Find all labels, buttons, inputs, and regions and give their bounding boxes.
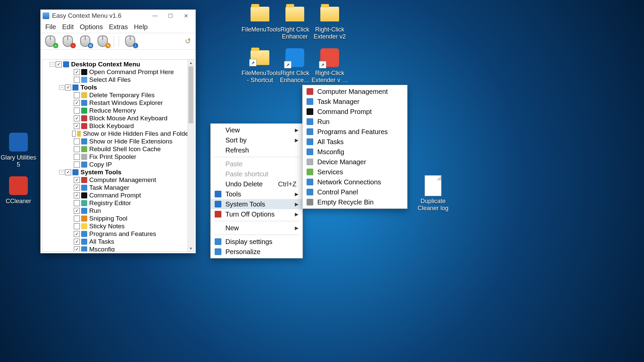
tree-row[interactable]: ✓Restart Windows Explorer — [44, 99, 194, 107]
menu-item[interactable]: Control Panel — [303, 187, 407, 197]
checkbox[interactable] — [72, 131, 76, 137]
menu-item[interactable]: Empty Recycle Bin — [303, 197, 407, 207]
info-button[interactable]: i — [122, 35, 138, 48]
system-tools-submenu[interactable]: Computer ManagementTask ManagerCommand P… — [302, 85, 408, 209]
tree-row[interactable]: Select All Files — [44, 76, 194, 83]
tree-row[interactable]: ✓Computer Management — [44, 176, 194, 184]
checkbox[interactable]: ✓ — [74, 192, 80, 198]
desktop-icon[interactable]: Glary Utilities 5 — [0, 131, 37, 168]
checkbox[interactable]: ✓ — [74, 239, 80, 245]
checkbox[interactable]: ✓ — [74, 246, 80, 252]
expand-toggle[interactable]: − — [59, 170, 64, 175]
menu-item[interactable]: All Tasks — [303, 137, 407, 147]
tree-row[interactable]: Fix Print Spooler — [44, 153, 194, 161]
tree-row[interactable]: ✓Block Keyboard — [44, 122, 194, 130]
tree-row[interactable]: Sticky Notes — [44, 222, 194, 230]
desktop-icon[interactable]: CCleaner — [0, 175, 37, 205]
clean-button[interactable]: ✎ — [95, 35, 110, 48]
menu-item[interactable]: Refresh — [211, 145, 303, 155]
checkbox[interactable] — [74, 92, 80, 98]
checkbox[interactable]: ✓ — [56, 61, 62, 67]
desktop-icon[interactable]: ↗FileMenuTools - Shortcut — [241, 47, 278, 84]
tree-row[interactable]: ✓Task Manager — [44, 184, 194, 191]
tree-row[interactable]: Show or Hide File Extensions — [44, 137, 194, 145]
menu-item[interactable]: Programs and Features — [303, 127, 407, 137]
desktop-icon[interactable]: ↗Right-Click Extender v … — [311, 47, 348, 84]
checkbox[interactable]: ✓ — [65, 169, 71, 175]
menu-item[interactable]: Services — [303, 167, 407, 177]
checkbox[interactable] — [74, 138, 80, 144]
checkbox[interactable]: ✓ — [74, 69, 80, 75]
tree-row[interactable]: ✓All Tasks — [44, 238, 194, 245]
menu-item[interactable]: Command Prompt — [303, 107, 407, 117]
desktop-icon[interactable]: Right-Click Extender v2 — [311, 3, 348, 40]
checkbox[interactable] — [74, 108, 80, 114]
scroll-up-icon[interactable]: ▴ — [188, 60, 194, 66]
checkbox[interactable] — [74, 146, 80, 152]
menu-item[interactable]: Computer Management — [303, 86, 407, 97]
tree-row[interactable]: Snipping Tool — [44, 215, 194, 222]
minimize-button[interactable]: — — [147, 11, 163, 21]
menu-item[interactable]: Run — [303, 117, 407, 127]
menu-extras[interactable]: Extras — [109, 23, 128, 31]
checkbox[interactable]: ✓ — [74, 115, 80, 121]
menu-item[interactable]: Sort by▶ — [211, 135, 303, 145]
menu-item[interactable]: Tools▶ — [211, 189, 303, 199]
remove-button[interactable]: − — [60, 35, 75, 48]
tree-row[interactable]: ✓Command Prompt — [44, 191, 194, 199]
tree-row[interactable]: Delete Temporary Files — [44, 91, 194, 99]
settings-button[interactable]: ⚙ — [77, 35, 93, 48]
checkbox[interactable]: ✓ — [74, 231, 80, 237]
desktop-icon[interactable]: Right Click Enhancer — [276, 3, 313, 40]
menu-help[interactable]: Help — [134, 23, 148, 31]
tree-row[interactable]: −✓Desktop Context Menu — [44, 60, 194, 68]
tree-row[interactable]: Registry Editor — [44, 199, 194, 207]
tree-row[interactable]: Show or Hide Hidden Files and Folders — [44, 130, 194, 137]
menu-item[interactable]: Device Manager — [303, 157, 407, 167]
checkbox[interactable]: ✓ — [65, 84, 71, 90]
maximize-button[interactable]: ☐ — [163, 11, 178, 21]
tree-row[interactable]: Rebuild Shell Icon Cache — [44, 145, 194, 153]
menubar[interactable]: FileEditOptionsExtrasHelp — [41, 22, 196, 33]
menu-file[interactable]: File — [45, 23, 56, 31]
checkbox[interactable]: ✓ — [74, 185, 80, 191]
add-button[interactable]: + — [43, 35, 58, 48]
menu-item[interactable]: Display settings — [211, 237, 303, 247]
menu-item[interactable]: New▶ — [211, 223, 303, 233]
undo-icon[interactable]: ↺ — [185, 37, 194, 46]
checkbox[interactable] — [74, 154, 80, 160]
menu-options[interactable]: Options — [80, 23, 103, 31]
menu-item[interactable]: Undo DeleteCtrl+Z — [211, 179, 303, 189]
tree-row[interactable]: −✓Tools — [44, 83, 194, 91]
menu-item[interactable]: Turn Off Options▶ — [211, 209, 303, 219]
tree-row[interactable]: ✓Block Mouse And Keyboard — [44, 114, 194, 122]
tree-row[interactable]: ✓Run — [44, 207, 194, 215]
expand-toggle[interactable]: − — [50, 62, 55, 67]
titlebar[interactable]: Easy Context Menu v1.6 — ☐ ✕ — [41, 10, 196, 22]
tree-row[interactable]: Copy IP — [44, 161, 194, 168]
tree-row[interactable]: ✓Msconfig — [44, 245, 194, 252]
desktop-context-menu[interactable]: View▶Sort by▶RefreshPastePaste shortcutU… — [210, 123, 303, 258]
tree-view[interactable]: −✓Desktop Context Menu✓Open Command Prom… — [42, 59, 194, 252]
tree-row[interactable]: Reduce Memory — [44, 107, 194, 114]
desktop-icon[interactable]: ↗Right Click Enhance… — [276, 47, 313, 84]
checkbox[interactable]: ✓ — [74, 100, 80, 106]
scroll-thumb[interactable] — [189, 66, 193, 123]
checkbox[interactable]: ✓ — [74, 123, 80, 129]
desktop-icon[interactable]: FileMenuTools — [241, 3, 278, 33]
menu-edit[interactable]: Edit — [62, 23, 73, 31]
checkbox[interactable] — [74, 200, 80, 206]
menu-item[interactable]: Msconfig — [303, 147, 407, 157]
scroll-down-icon[interactable]: ▾ — [188, 245, 194, 251]
menu-item[interactable]: Network Connections — [303, 177, 407, 187]
checkbox[interactable] — [74, 216, 80, 222]
tree-row[interactable]: ✓Programs and Features — [44, 230, 194, 238]
menu-item[interactable]: System Tools▶ — [211, 199, 303, 209]
checkbox[interactable] — [74, 77, 80, 83]
expand-toggle[interactable]: − — [59, 85, 64, 90]
checkbox[interactable]: ✓ — [74, 177, 80, 183]
checkbox[interactable]: ✓ — [74, 208, 80, 214]
menu-item[interactable]: Task Manager — [303, 97, 407, 107]
close-button[interactable]: ✕ — [178, 11, 194, 21]
menu-item[interactable]: View▶ — [211, 125, 303, 135]
